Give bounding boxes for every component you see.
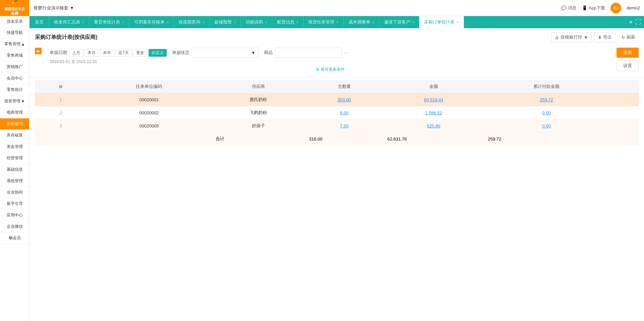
sidebar-item-wholesale[interactable]: 批发管理 ▼	[0, 96, 29, 107]
sidebar-item-wechat[interactable]: 企业微信	[0, 221, 29, 232]
sidebar-item-basic-info[interactable]: 基础信息	[0, 164, 29, 175]
tab-invite-downstream[interactable]: 邀请下游客户 ×	[379, 16, 419, 28]
row-number: 3	[35, 119, 87, 132]
tab-close-icon[interactable]: ×	[234, 20, 236, 24]
topbar-right: 💬 消息 📱 App下载 Ea demo2	[561, 3, 640, 13]
qty-value[interactable]: 6.00	[305, 106, 383, 119]
goods-input[interactable]	[275, 48, 342, 58]
tab-close-icon[interactable]: ×	[265, 20, 267, 24]
sidebar-item-retail-stats[interactable]: 零售统计	[0, 84, 29, 96]
sidebar-item-member[interactable]: 会员中心	[0, 73, 29, 84]
tab-close-icon[interactable]: ×	[457, 20, 459, 24]
company-selector[interactable]: 母婴行业演示账套 ▼	[34, 5, 74, 11]
goods-more-icon[interactable]: ⋯	[344, 50, 349, 56]
amount-value[interactable]: 525.80	[383, 119, 484, 132]
tab-cost-adjust[interactable]: 成本调整单 ×	[344, 16, 379, 28]
tab-close-all-icon[interactable]: ×	[629, 19, 633, 26]
data-table: ⚙ 往来单位编码 供应商 主数量 金额 累计付款金额 1 00020001	[35, 80, 639, 145]
dropdown-icon: ▼	[70, 5, 74, 10]
paid-value[interactable]: 0.00	[484, 106, 609, 119]
tab-close-icon[interactable]: ×	[202, 20, 204, 24]
tab-home[interactable]: 首页	[30, 16, 49, 28]
sidebar-item-enterprise[interactable]: 企业协同	[0, 187, 29, 198]
tab-close-icon[interactable]: ×	[122, 20, 124, 24]
col-supplier: 供应商	[212, 80, 305, 93]
tab-receive-summary[interactable]: 收发存汇总表 ×	[49, 16, 89, 28]
tab-purchase-order-stats[interactable]: 采购订单统计表 ×	[419, 16, 464, 28]
sidebar-search[interactable]: 搜索菜单	[0, 16, 29, 27]
sidebar-item-retail-mall[interactable]: 零售商城	[0, 50, 29, 61]
logo-icon: 🍊	[11, 0, 18, 6]
tab-overstock[interactable]: 超储预警 ×	[210, 16, 241, 28]
row-extra	[609, 119, 639, 132]
date-btn-prev-month[interactable]: 上月	[69, 49, 83, 57]
tab-close-icon[interactable]: ×	[297, 20, 299, 24]
tab-expand-icon[interactable]: ⛶	[635, 19, 641, 26]
page-actions: 🖨 按模板打印 ▼ ⬇ 导出 ↻ 刷新	[551, 32, 639, 42]
amount-value[interactable]: 60,519.44	[383, 93, 484, 106]
tab-pick-task[interactable]: 拣货任务管理 ×	[304, 16, 343, 28]
query-button[interactable]: 查询	[616, 48, 639, 58]
export-button[interactable]: ⬇ 导出	[594, 32, 615, 42]
filter-expand-more[interactable]: ⊞ 展开更多条件	[50, 65, 611, 74]
sidebar-item-marketing[interactable]: 营销推广	[0, 61, 29, 73]
tab-close-icon[interactable]: ×	[412, 20, 414, 24]
tab-expiry-query[interactable]: 保质期查询 ×	[174, 16, 209, 28]
app-download-btn[interactable]: 📱 App下载	[582, 5, 605, 11]
page-content: 采购订单统计表(按供应商) 🖨 按模板打印 ▼ ⬇ 导出 ↻ 刷新	[30, 28, 644, 321]
sidebar-item-newbie[interactable]: 新手引导	[0, 198, 29, 210]
sidebar-item-app-center[interactable]: 应用中心	[0, 210, 29, 221]
sidebar-item-retail-mgmt[interactable]: 零售管理 ▲	[0, 39, 29, 50]
sidebar-item-member-plus[interactable]: 畅会员	[0, 232, 29, 244]
tab-function-desc[interactable]: 功能说明 ×	[241, 16, 272, 28]
paid-value[interactable]: 0.00	[484, 119, 609, 132]
unit-code: 00020002	[87, 106, 212, 119]
date-btn-7days[interactable]: 近7天	[115, 49, 132, 57]
date-btn-this-month[interactable]: 本月	[85, 49, 99, 57]
date-btn-custom[interactable]: 自定义	[149, 49, 167, 57]
table-row[interactable]: 3 00020005 好孩子 7.00 525.80 0.00	[35, 119, 639, 132]
sidebar-item-purchase[interactable]: 采购管理	[0, 118, 29, 130]
settings-button[interactable]: 设置	[616, 60, 639, 71]
print-dropdown-icon[interactable]: ▼	[584, 35, 588, 40]
tab-available-inventory[interactable]: 可用量库存账本 ×	[129, 16, 174, 28]
qty-value[interactable]: 303.00	[305, 93, 383, 106]
paid-value[interactable]: 259.72	[484, 93, 609, 106]
table-settings-icon[interactable]: ⚙	[58, 84, 64, 90]
tab-close-icon[interactable]: ×	[336, 20, 338, 24]
tab-order-stats[interactable]: 要货单统计表 ×	[89, 16, 129, 28]
sidebar-item-ecommerce[interactable]: 电商管理	[0, 107, 29, 118]
tab-close-icon[interactable]: ×	[82, 20, 84, 24]
filter-expand-button[interactable]: ▶	[35, 48, 42, 54]
row-extra	[609, 106, 639, 119]
message-label: 消息	[568, 5, 577, 11]
message-btn[interactable]: 💬 消息	[561, 5, 577, 11]
sidebar-item-system[interactable]: 系统管理	[0, 175, 29, 187]
table-row[interactable]: 1 00020001 惠氏奶粉 303.00 60,519.44 259.72	[35, 93, 639, 106]
refresh-button[interactable]: ↻ 刷新	[618, 33, 639, 42]
amount-value[interactable]: 1,586.52	[383, 106, 484, 119]
avatar[interactable]: Ea	[610, 3, 621, 13]
date-btn-this-year[interactable]: 本年	[100, 49, 114, 57]
table-row[interactable]: 2 00020002 飞鹤奶粉 6.00 1,586.52 0.00	[35, 106, 639, 119]
sidebar-item-quick-nav[interactable]: 快捷导航	[0, 27, 29, 39]
tab-config[interactable]: 配置信息 ×	[272, 16, 304, 28]
print-button[interactable]: 🖨 按模板打印 ▼	[551, 32, 592, 42]
sidebar-item-inventory[interactable]: 库存核算	[0, 130, 29, 141]
footer-row: 合计 316.00 62,631.76 259.72	[35, 132, 639, 146]
date-btn-more[interactable]: 更多	[133, 49, 147, 57]
tab-close-icon[interactable]: ×	[372, 20, 374, 24]
status-select[interactable]: ▼	[192, 48, 259, 58]
user-name: demo2	[627, 5, 640, 10]
footer-qty: 316.00	[305, 132, 383, 146]
goods-filter-label: 商品	[264, 50, 273, 56]
row-number: 1	[35, 93, 87, 106]
refresh-icon: ↻	[622, 35, 625, 40]
sidebar-item-operations[interactable]: 经营管理	[0, 153, 29, 164]
filter-left: 单据日期 上月 本月 本年 近7天 更多 自定义 单据状态	[50, 48, 611, 74]
footer-empty2	[87, 132, 212, 146]
sidebar-item-finance[interactable]: 资金管理	[0, 141, 29, 153]
tab-close-icon[interactable]: ×	[167, 20, 169, 24]
footer-extra	[609, 132, 639, 146]
qty-value[interactable]: 7.00	[305, 119, 383, 132]
